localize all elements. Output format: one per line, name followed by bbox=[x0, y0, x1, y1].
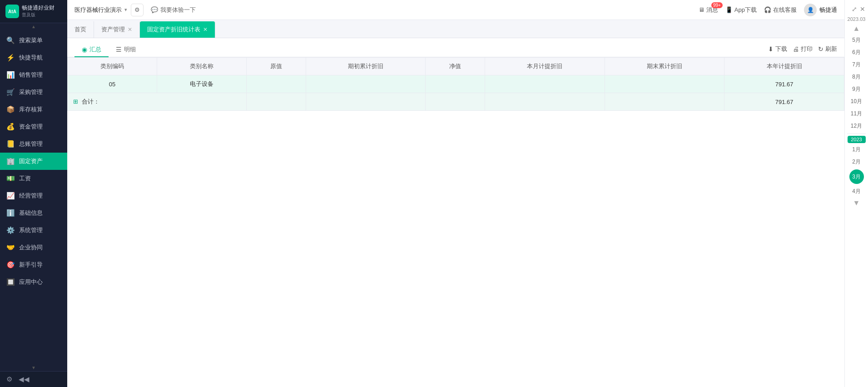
print-button[interactable]: 🖨 打印 bbox=[793, 45, 813, 53]
cell-code: 05 bbox=[68, 75, 157, 93]
month-scroll-down[interactable]: ▼ bbox=[852, 198, 861, 208]
sidebar-item-basic-info[interactable]: ℹ️ 基础信息 bbox=[0, 204, 67, 222]
sidebar-item-guide[interactable]: 🎯 新手引导 bbox=[0, 256, 67, 273]
tab-home[interactable]: 首页 bbox=[67, 21, 94, 38]
refresh-button[interactable]: ↻ 刷新 bbox=[818, 45, 837, 53]
sidebar-item-sales[interactable]: 📊 销售管理 bbox=[0, 66, 67, 84]
sidebar-item-label: 应用中心 bbox=[19, 278, 43, 286]
chart-icon: 📊 bbox=[6, 71, 15, 79]
user-area[interactable]: 👤 畅捷通 bbox=[804, 4, 837, 16]
sidebar-item-label: 快捷导航 bbox=[19, 54, 43, 62]
subtab-detail[interactable]: ☰ 明细 bbox=[109, 43, 143, 57]
month-item-6[interactable]: 6月 bbox=[848, 47, 866, 58]
cell-initial-acc bbox=[306, 75, 426, 93]
sidebar-item-purchase[interactable]: 🛒 采购管理 bbox=[0, 84, 67, 101]
sidebar-item-label: 经营管理 bbox=[19, 192, 43, 200]
right-panel: ⤢ ✕ 2023.03 ▲ 5月 6月 7月 8月 9月 10月 11月 12月… bbox=[844, 0, 868, 387]
close-panel-icon[interactable]: ✕ bbox=[860, 5, 865, 13]
tab-asset-mgmt-close[interactable]: ✕ bbox=[128, 26, 132, 33]
collapse-icon[interactable]: ◀◀ bbox=[19, 375, 30, 383]
logo-icon: AtA bbox=[5, 5, 19, 18]
topbar: 医疗器械行业演示 ▾ ⚙ 💬 我要体验一下 🖥 消息 99+ 📱 App下载 🎧… bbox=[67, 0, 844, 20]
download-button[interactable]: ⬇ 下载 bbox=[768, 45, 787, 53]
month-item-9[interactable]: 9月 bbox=[848, 84, 866, 95]
cell-net bbox=[426, 75, 485, 93]
appstore-icon: 🔲 bbox=[6, 278, 15, 286]
col-name: 类别名称 bbox=[157, 58, 247, 75]
topbar-right: 🖥 消息 99+ 📱 App下载 🎧 在线客服 👤 畅捷通 bbox=[699, 4, 837, 16]
sidebar-item-search[interactable]: 🔍 搜索菜单 bbox=[0, 32, 67, 49]
current-period-label: 2023.03 bbox=[845, 15, 868, 23]
month-item-3-active[interactable]: 3月 bbox=[849, 169, 864, 184]
customer-service-button[interactable]: 🎧 在线客服 bbox=[764, 6, 797, 14]
messages-button[interactable]: 🖥 消息 99+ bbox=[699, 6, 718, 14]
month-item-4[interactable]: 4月 bbox=[848, 186, 866, 197]
subtab-detail-label: 明细 bbox=[124, 45, 136, 54]
sidebar-item-quicknav[interactable]: ⚡ 快捷导航 bbox=[0, 49, 67, 66]
sidebar-item-label: 销售管理 bbox=[19, 71, 43, 79]
sidebar-item-ops[interactable]: 📈 经营管理 bbox=[0, 187, 67, 204]
toolbar: ⬇ 下载 🖨 打印 ↻ 刷新 bbox=[768, 41, 837, 57]
cell-monthly-dep bbox=[485, 75, 605, 93]
sidebar-item-fixed-assets[interactable]: 🏢 固定资产 bbox=[0, 153, 67, 170]
year-badge[interactable]: 2023 bbox=[848, 136, 866, 143]
search-icon: 🔍 bbox=[6, 36, 15, 45]
app-logo: AtA 畅捷通好业财 普及版 bbox=[0, 0, 67, 23]
subtab-summary[interactable]: ◉ 汇总 bbox=[74, 43, 109, 57]
month-item-7[interactable]: 7月 bbox=[848, 59, 866, 70]
scroll-down-indicator[interactable]: ▼ bbox=[31, 365, 36, 370]
avatar: 👤 bbox=[804, 4, 817, 16]
month-item-1[interactable]: 1月 bbox=[848, 144, 866, 155]
subtab-summary-label: 汇总 bbox=[89, 45, 101, 54]
month-item-11[interactable]: 11月 bbox=[848, 108, 866, 119]
sidebar: AtA 畅捷通好业财 普及版 ▲ 🔍 搜索菜单 ⚡ 快捷导航 📊 销售管理 🛒 … bbox=[0, 0, 67, 387]
sidebar-item-label: 基础信息 bbox=[19, 209, 43, 217]
total-net bbox=[426, 93, 485, 111]
expand-panel-icon[interactable]: ⤢ bbox=[852, 5, 857, 13]
sidebar-footer: ⚙ ◀◀ bbox=[0, 371, 67, 387]
tab-home-label: 首页 bbox=[74, 25, 86, 34]
sidebar-item-label: 资金管理 bbox=[19, 123, 43, 131]
col-year-dep: 本年计提折旧 bbox=[724, 58, 844, 75]
sidebar-item-inventory[interactable]: 📦 库存核算 bbox=[0, 101, 67, 118]
guide-icon: 🎯 bbox=[6, 261, 15, 269]
sidebar-item-appstore[interactable]: 🔲 应用中心 bbox=[0, 273, 67, 291]
headset-icon: 🎧 bbox=[764, 6, 771, 13]
experience-button[interactable]: 💬 我要体验一下 bbox=[151, 6, 196, 14]
month-item-5[interactable]: 5月 bbox=[848, 35, 866, 46]
month-item-12[interactable]: 12月 bbox=[848, 120, 866, 132]
scroll-up-indicator[interactable]: ▲ bbox=[31, 24, 36, 29]
sidebar-item-finance[interactable]: 💰 资金管理 bbox=[0, 118, 67, 135]
month-scroll-up[interactable]: ▲ bbox=[852, 24, 861, 34]
month-item-2[interactable]: 2月 bbox=[848, 156, 866, 168]
total-label-cell: ⊞ 合计： bbox=[68, 93, 247, 111]
right-panel-header: ⤢ ✕ bbox=[845, 4, 868, 15]
sidebar-item-label: 系统管理 bbox=[19, 226, 43, 234]
sidebar-item-system[interactable]: ⚙️ 系统管理 bbox=[0, 222, 67, 239]
experience-icon: 💬 bbox=[151, 6, 158, 13]
detail-icon: ☰ bbox=[116, 46, 122, 53]
cell-name: 电子设备 bbox=[157, 75, 247, 93]
company-selector[interactable]: 医疗器械行业演示 ▾ bbox=[74, 6, 127, 14]
tab-depreciation[interactable]: 固定资产折旧统计表 ✕ bbox=[140, 21, 215, 38]
sidebar-item-label: 固定资产 bbox=[19, 157, 43, 165]
download-label: 下载 bbox=[775, 45, 787, 53]
sidebar-item-ledger[interactable]: 📒 总账管理 bbox=[0, 135, 67, 153]
sidebar-nav: 🔍 搜索菜单 ⚡ 快捷导航 📊 销售管理 🛒 采购管理 📦 库存核算 💰 资金管… bbox=[0, 30, 67, 364]
month-item-10[interactable]: 10月 bbox=[848, 96, 866, 107]
sidebar-item-payroll[interactable]: 💵 工资 bbox=[0, 170, 67, 187]
lightning-icon: ⚡ bbox=[6, 54, 15, 62]
app-download-button[interactable]: 📱 App下载 bbox=[725, 6, 757, 14]
messages-badge: 99+ bbox=[711, 2, 723, 8]
total-original bbox=[247, 93, 306, 111]
tab-asset-mgmt[interactable]: 资产管理 ✕ bbox=[94, 21, 140, 38]
month-item-8[interactable]: 8月 bbox=[848, 71, 866, 83]
col-original: 原值 bbox=[247, 58, 306, 75]
settings-button[interactable]: ⚙ bbox=[131, 4, 144, 16]
sidebar-item-enterprise[interactable]: 🤝 企业协同 bbox=[0, 239, 67, 256]
tab-depreciation-close[interactable]: ✕ bbox=[203, 26, 208, 33]
settings-footer-icon[interactable]: ⚙ bbox=[6, 375, 12, 383]
sidebar-item-label: 工资 bbox=[19, 174, 31, 183]
col-end-acc: 期末累计折旧 bbox=[605, 58, 724, 75]
total-initial-acc bbox=[306, 93, 426, 111]
